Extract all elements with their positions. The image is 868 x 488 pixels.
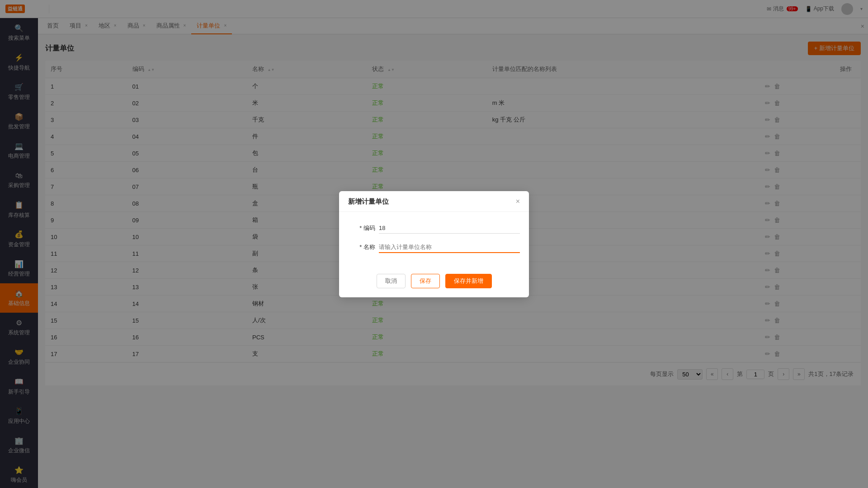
code-input[interactable] [379, 223, 520, 234]
modal-header: 新增计量单位 × [339, 191, 529, 212]
add-unit-modal: 新增计量单位 × * 编码 * 名称 取消 保存 保存并新增 [339, 191, 529, 297]
code-form-row: * 编码 [348, 223, 520, 234]
save-and-new-button[interactable]: 保存并新增 [445, 274, 492, 288]
modal-title: 新增计量单位 [348, 197, 389, 206]
modal-overlay: 新增计量单位 × * 编码 * 名称 取消 保存 保存并新增 [0, 0, 868, 488]
cancel-button[interactable]: 取消 [377, 274, 406, 288]
modal-close-button[interactable]: × [516, 197, 520, 206]
modal-footer: 取消 保存 保存并新增 [339, 268, 529, 297]
name-form-row: * 名称 [348, 242, 520, 253]
code-field-label: * 编码 [348, 224, 375, 232]
name-field-label: * 名称 [348, 243, 375, 251]
modal-body: * 编码 * 名称 [339, 212, 529, 268]
name-input[interactable] [379, 242, 520, 253]
save-button[interactable]: 保存 [411, 274, 440, 288]
